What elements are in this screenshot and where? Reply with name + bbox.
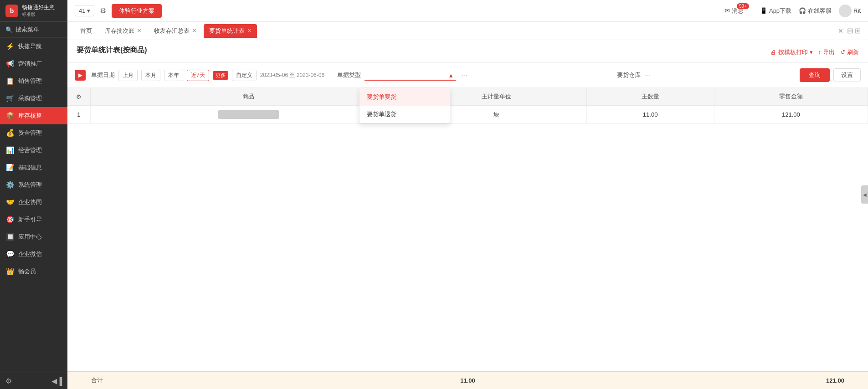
avatar <box>839 5 852 17</box>
sidebar-item-inventory[interactable]: 📦 库存核算 <box>0 107 67 124</box>
date-filter-group: 单据日期 上月 本月 本年 近7天 更多 自定义 2023-05-06 至 20… <box>91 70 324 81</box>
date-this-year[interactable]: 本年 <box>164 70 183 81</box>
date-last-7days[interactable]: 近7天 <box>187 70 209 81</box>
headset-icon: 🎧 <box>799 7 806 14</box>
date-last-month[interactable]: 上月 <box>118 70 138 81</box>
type-filter-more[interactable]: ··· <box>461 71 467 79</box>
maximize-icon[interactable]: ⊞ <box>855 26 861 35</box>
members-icon: 👑 <box>5 267 15 276</box>
newbie-icon: 🎯 <box>5 215 15 224</box>
inventory-icon: 📦 <box>5 112 15 120</box>
sidebar-collapse-btn[interactable]: ◀ <box>861 185 868 204</box>
sidebar-item-enterprise[interactable]: 🤝 企业协同 <box>0 194 67 211</box>
enterprise-icon: 🤝 <box>5 198 15 206</box>
sales-icon: 📋 <box>5 77 15 85</box>
query-btn[interactable]: 查询 <box>800 68 830 82</box>
sidebar-item-basic[interactable]: 📝 基础信息 <box>0 159 67 176</box>
tab-order-stats[interactable]: 要货单统计表 ✕ <box>204 24 257 38</box>
type-select-input[interactable] <box>365 70 456 81</box>
tab-close-receipt-summary[interactable]: ✕ <box>192 28 196 34</box>
print-icon: 🖨 <box>770 49 776 56</box>
refresh-icon: ↺ <box>840 49 845 56</box>
app-download-item[interactable]: 📱 App下载 <box>760 7 791 15</box>
filter-toggle-btn[interactable]: ▶ <box>75 70 86 81</box>
date-this-month[interactable]: 本月 <box>141 70 160 81</box>
footer-amount: 121.00 <box>817 377 853 384</box>
table-gear-icon[interactable]: ⚙ <box>76 93 82 100</box>
dropdown-item-order-return[interactable]: 要货单退货 <box>360 106 450 123</box>
print-dropdown-icon: ▾ <box>810 49 813 56</box>
date-range-display: 2023-05-06 至 2023-06-06 <box>260 72 324 79</box>
message-item[interactable]: ✉ 消息 99+ <box>725 7 744 15</box>
tab-bar: 首页 库存批次账 ✕ 收发存汇总表 ✕ 要货单统计表 ✕ ✕ ⊟ ⊞ <box>67 22 868 40</box>
data-table: ⚙ 商品 主计量单位 主数量 零售金额 1 ████████ 块 11. <box>67 88 868 124</box>
app-logo-icon: b <box>5 5 18 17</box>
finance-icon: 💰 <box>5 129 15 137</box>
sidebar-item-newbie[interactable]: 🎯 新手引导 <box>0 211 67 228</box>
close-all-icon[interactable]: ✕ <box>838 27 843 35</box>
purchase-icon: 🛒 <box>5 94 15 102</box>
filter-bar: ▶ 单据日期 上月 本月 本年 近7天 更多 自定义 2023-05-06 至 … <box>67 63 868 88</box>
tab-close-all: ✕ ⊟ ⊞ <box>838 26 861 35</box>
sidebar-item-app-center[interactable]: 🔲 应用中心 <box>0 228 67 246</box>
date-custom[interactable]: 自定义 <box>232 70 257 81</box>
cell-qty: 11.00 <box>586 106 714 124</box>
sidebar-search[interactable]: 🔍 搜索菜单 <box>0 22 67 38</box>
quick-nav-icon: ⚡ <box>5 42 15 51</box>
sidebar-item-sales[interactable]: 📋 销售管理 <box>0 72 67 90</box>
sidebar-logo: b 畅捷通好生意 标准版 <box>0 0 67 22</box>
dropdown-item-order-single[interactable]: 要货单要货 <box>360 88 450 106</box>
sidebar-nav: ⚡ 快捷导航 📢 营销推广 📋 销售管理 🛒 采购管理 📦 库存核算 💰 资金管… <box>0 38 67 373</box>
tab-close-inventory-batch[interactable]: ✕ <box>137 28 141 34</box>
footer-qty: 11.00 <box>450 377 486 384</box>
col-qty: 主数量 <box>586 88 714 106</box>
industry-btn[interactable]: 体验行业方案 <box>112 4 162 18</box>
tab-inventory-batch[interactable]: 库存批次账 ✕ <box>99 24 147 38</box>
warehouse-filter-more[interactable]: ··· <box>644 71 650 79</box>
cell-seq: 1 <box>67 106 90 124</box>
top-header: 41 ▾ ⚙ 体验行业方案 ✉ 消息 99+ 📱 App下载 🎧 在线客服 Ri… <box>67 0 868 22</box>
page-title: 要货单统计表(按商品) <box>77 46 147 55</box>
tab-receipt-summary[interactable]: 收发存汇总表 ✕ <box>149 24 202 38</box>
settings-icon[interactable]: ⚙ <box>5 377 12 385</box>
collapse-icon[interactable]: ◀▐ <box>51 377 62 385</box>
sidebar-item-members[interactable]: 👑 畅会员 <box>0 263 67 280</box>
basic-icon: 📝 <box>5 164 15 172</box>
table-row: 1 ████████ 块 11.00 121.00 <box>67 106 868 124</box>
tab-home[interactable]: 首页 <box>75 24 98 38</box>
sidebar-item-finance[interactable]: 💰 资金管理 <box>0 124 67 142</box>
table-footer: 合计 11.00 121.00 <box>67 371 868 389</box>
marketing-icon: 📢 <box>5 60 15 68</box>
sidebar-item-purchase[interactable]: 🛒 采购管理 <box>0 90 67 107</box>
sidebar-item-operations[interactable]: 📊 经营管理 <box>0 142 67 159</box>
header-selector[interactable]: 41 ▾ <box>75 5 94 16</box>
date-more-tag[interactable]: 更多 <box>213 71 228 80</box>
print-btn[interactable]: 🖨 按模板打印 ▾ <box>770 48 813 56</box>
online-service-item[interactable]: 🎧 在线客服 <box>799 7 832 15</box>
sidebar-item-quick-nav[interactable]: ⚡ 快捷导航 <box>0 38 67 55</box>
setup-btn[interactable]: 设置 <box>833 68 861 82</box>
type-filter-group: 单据类型 ▲ ··· <box>337 70 467 81</box>
selector-dropdown-icon: ▾ <box>87 7 90 14</box>
warehouse-filter-label: 要货仓库 <box>617 71 641 79</box>
type-select: ▲ <box>365 70 456 81</box>
page-header: 要货单统计表(按商品) 🖨 按模板打印 ▾ ↑ 导出 ↺ 刷新 <box>67 40 868 63</box>
sidebar-item-marketing[interactable]: 📢 营销推广 <box>0 55 67 72</box>
message-icon: ✉ <box>725 7 730 14</box>
phone-icon: 📱 <box>760 7 767 14</box>
type-select-arrow-up[interactable]: ▲ <box>448 72 454 79</box>
minimize-icon[interactable]: ⊟ <box>847 26 853 35</box>
filter-actions: 查询 设置 <box>800 68 861 82</box>
export-icon: ↑ <box>818 49 822 56</box>
header-right: ✉ 消息 99+ 📱 App下载 🎧 在线客服 Rit <box>725 5 861 17</box>
tab-close-order-stats[interactable]: ✕ <box>247 28 252 34</box>
sidebar-item-system[interactable]: ⚙️ 系统管理 <box>0 176 67 194</box>
sidebar-footer: ⚙ ◀▐ <box>0 373 67 389</box>
refresh-btn[interactable]: ↺ 刷新 <box>840 48 859 56</box>
cell-amount: 121.00 <box>714 106 868 124</box>
user-avatar-item[interactable]: Rit <box>839 5 861 17</box>
header-gear-icon[interactable]: ⚙ <box>100 6 106 15</box>
export-btn[interactable]: ↑ 导出 <box>818 48 835 56</box>
sidebar-item-enterprise-wechat[interactable]: 💬 企业微信 <box>0 246 67 263</box>
table-container: ⚙ 商品 主计量单位 主数量 零售金额 1 ████████ 块 11. <box>67 88 868 371</box>
